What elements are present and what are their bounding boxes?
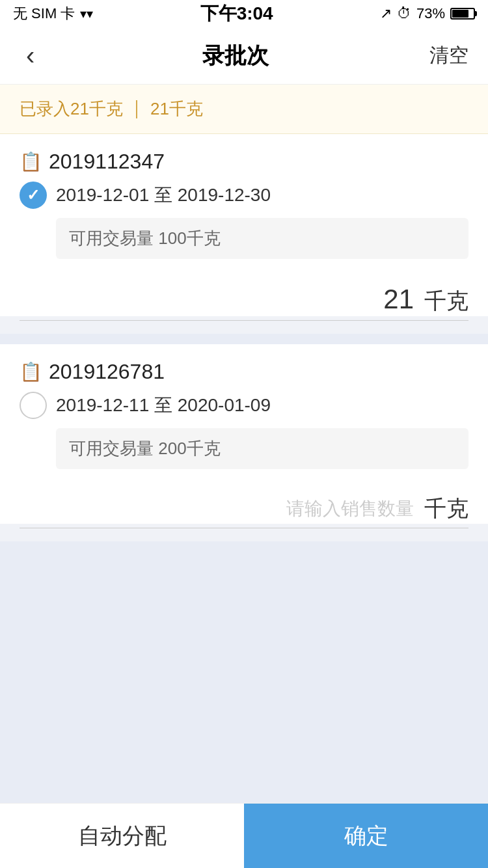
status-right: ↗ ⏱ 73% bbox=[380, 5, 475, 22]
underline-1 bbox=[20, 320, 468, 321]
clock-icon: ⏱ bbox=[397, 5, 411, 22]
location-icon: ↗ bbox=[380, 5, 392, 22]
qty-value-1: 21 bbox=[383, 284, 414, 315]
section-separator bbox=[0, 334, 488, 344]
input-placeholder-2: 请输入销售数量 bbox=[286, 496, 414, 521]
carrier-text: 无 SIM 卡 bbox=[13, 4, 75, 23]
qty-unit-1: 千克 bbox=[424, 286, 468, 316]
batch-date-2: 2019-12-11 至 2020-01-09 bbox=[56, 393, 271, 418]
batch-id-row-1: 📋 2019112347 bbox=[20, 150, 468, 174]
summary-value: 21千克 bbox=[150, 98, 203, 120]
radio-1[interactable] bbox=[20, 182, 47, 209]
batch-date-1: 2019-12-01 至 2019-12-30 bbox=[56, 183, 271, 208]
status-left: 无 SIM 卡 ▾▾ bbox=[13, 4, 93, 23]
battery-percent: 73% bbox=[416, 5, 445, 22]
batch-id-row-2: 📋 2019126781 bbox=[20, 360, 468, 384]
summary-banner: 已录入21千克 21千克 bbox=[0, 85, 488, 134]
status-time: 下午3:04 bbox=[200, 1, 273, 26]
batch-date-row-1: 2019-12-01 至 2019-12-30 bbox=[20, 182, 468, 209]
status-bar: 无 SIM 卡 ▾▾ 下午3:04 ↗ ⏱ 73% bbox=[0, 0, 488, 27]
confirm-button[interactable]: 确定 bbox=[244, 804, 488, 868]
bottom-buttons: 自动分配 确定 bbox=[0, 803, 488, 868]
batch-icon-1: 📋 bbox=[20, 151, 42, 172]
clear-button[interactable]: 清空 bbox=[429, 42, 468, 69]
batch-id-1: 2019112347 bbox=[49, 150, 165, 174]
batch-icon-2: 📋 bbox=[20, 361, 42, 383]
qty-display-row-1: 21 千克 bbox=[0, 278, 488, 316]
nav-bar: ‹ 录批次 清空 bbox=[0, 27, 488, 85]
auto-distribute-button[interactable]: 自动分配 bbox=[0, 804, 244, 868]
page-title: 录批次 bbox=[202, 41, 269, 71]
batch-id-2: 2019126781 bbox=[49, 360, 165, 384]
battery-bar bbox=[450, 8, 475, 20]
input-row-2[interactable]: 请输入销售数量 千克 bbox=[0, 489, 488, 524]
available-qty-2: 可用交易量 200千克 bbox=[56, 428, 468, 469]
battery-fill bbox=[452, 10, 468, 18]
summary-divider bbox=[136, 100, 137, 118]
available-qty-1: 可用交易量 100千克 bbox=[56, 218, 468, 259]
underline-2 bbox=[20, 528, 468, 528]
wifi-icon: ▾▾ bbox=[80, 6, 93, 21]
radio-2[interactable] bbox=[20, 392, 47, 419]
batch-item-1: 📋 2019112347 2019-12-01 至 2019-12-30 可用交… bbox=[0, 134, 488, 278]
back-button[interactable]: ‹ bbox=[20, 34, 41, 77]
batch-item-2: 📋 2019126781 2019-12-11 至 2020-01-09 可用交… bbox=[0, 344, 488, 489]
input-unit-2: 千克 bbox=[424, 494, 468, 524]
summary-entered-label: 已录入21千克 bbox=[20, 98, 123, 120]
batch-date-row-2: 2019-12-11 至 2020-01-09 bbox=[20, 392, 468, 419]
